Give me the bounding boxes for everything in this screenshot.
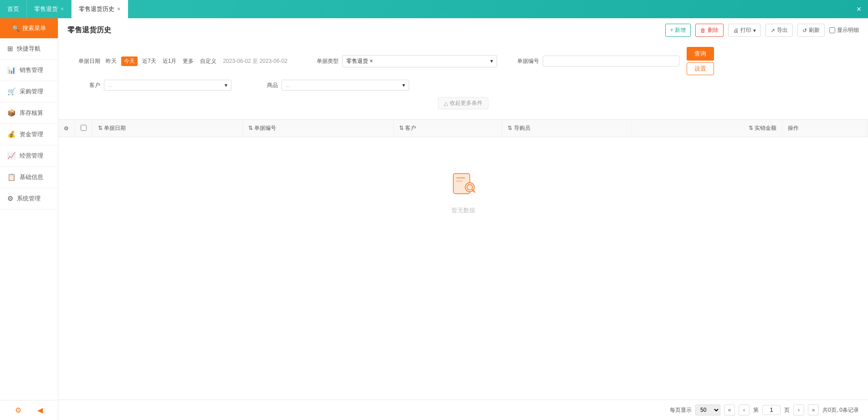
customer-filter-label: 客户 [67,82,104,89]
content-area: 零售退货历史 + 新增 🗑 删除 🖨 打印 ▾ ↗ [58,18,868,420]
sidebar-item-purchase-mgmt[interactable]: 🛒 采购管理 [0,81,58,102]
settings-button[interactable]: 设置 [687,62,714,75]
tab-home[interactable]: 首页 [0,0,27,18]
th-date[interactable]: ⇅ 单据日期 [92,120,243,137]
type-filter-dropdown[interactable]: 零售退货 × ▾ [342,55,497,67]
refresh-button[interactable]: ↺ 刷新 [797,24,825,37]
export-button[interactable]: ↗ 导出 [765,24,793,37]
sidebar-item-basic-info[interactable]: 📋 基础信息 [0,167,58,188]
export-icon: ↗ [770,27,775,34]
page-title: 零售退货历史 [67,26,111,35]
pagination: 每页显示 50 10 20 100 « ‹ 第 页 › » 共0页, 0条记录 [58,400,868,420]
sidebar-audio-btn[interactable]: ◀ [37,406,43,415]
new-button[interactable]: + 新增 [665,24,691,37]
top-nav: 首页 零售退货 × 零售退货历史 × × [0,0,868,18]
type-dropdown-arrow: ▾ [490,58,493,64]
date-opt-custom[interactable]: 自定义 [198,56,218,66]
type-tag: 零售退货 × [346,57,373,65]
sidebar-item-finance[interactable]: 💰 资金管理 [0,124,58,145]
filter-row-customer: 客户 ... ▾ 商品 ... ▾ [67,80,859,91]
sidebar-item-operations[interactable]: 📈 经营管理 [0,145,58,167]
first-page-button[interactable]: « [724,405,735,415]
page-size-select[interactable]: 50 10 20 100 [695,405,720,415]
select-all-checkbox[interactable] [81,125,87,131]
close-window-button[interactable]: × [850,0,868,18]
print-icon: 🖨 [733,27,739,34]
page-number-input[interactable] [762,405,781,415]
search-icon: 🔍 [12,25,20,32]
tab-retail-return-history[interactable]: 零售退货历史 × [72,0,128,18]
th-number[interactable]: ⇅ 单据编号 [243,120,394,137]
type-filter-label: 单据类型 [306,57,342,65]
sidebar-search[interactable]: 🔍 搜索菜单 [0,18,58,38]
collapse-up-icon: △ [444,100,448,107]
svg-rect-2 [456,177,465,179]
sidebar-bottom: ⚙ ◀ [0,400,58,420]
th-guide[interactable]: ⇅ 导购员 [502,120,632,137]
empty-state: 暂无数据 [58,137,868,242]
delete-icon: 🗑 [700,27,706,34]
close-tab-retail-return[interactable]: × [61,6,64,12]
last-page-button[interactable]: » [808,405,819,415]
table-wrap: ⚙ ⇅ 单据日期 ⇅ 单据编号 [58,120,868,400]
system-mgmt-icon: ⚙ [7,195,13,203]
operations-icon: 📈 [7,152,16,160]
print-dropdown-icon: ▾ [753,27,756,34]
date-opt-today[interactable]: 今天 [121,56,138,66]
show-detail-checkbox-wrap[interactable]: 显示明细 [829,26,859,34]
sidebar-item-sales-mgmt[interactable]: 📊 销售管理 [0,60,58,81]
query-button[interactable]: 查询 [687,47,714,61]
th-customer[interactable]: ⇅ 客户 [393,120,502,137]
collapse-button[interactable]: △ 收起更多条件 [438,97,488,109]
date-options: 昨天 今天 近7天 近1月 更多 自定义 [104,56,218,66]
page-size-label: 每页显示 [670,406,692,414]
page-label: 第 [753,406,759,414]
tab-retail-return[interactable]: 零售退货 × [27,0,72,18]
customer-filter-dropdown[interactable]: ... ▾ [104,80,231,91]
filter-row-date: 单据日期 昨天 今天 近7天 近1月 更多 自定义 2023-06-02 至 2… [67,47,859,75]
page-unit: 页 [784,406,790,414]
page-header: 零售退货历史 + 新增 🗑 删除 🖨 打印 ▾ ↗ [58,18,868,120]
date-opt-7days[interactable]: 近7天 [140,56,158,66]
number-filter-label: 单据编号 [506,57,543,65]
sales-icon: 📊 [7,66,16,74]
date-opt-1month[interactable]: 近1月 [161,56,179,66]
sidebar-settings-btn[interactable]: ⚙ [15,406,21,415]
date-range-display: 2023-06-02 至 2023-06-02 [223,57,287,65]
goods-filter-label: 商品 [245,82,282,89]
basic-info-icon: 📋 [7,173,16,181]
toolbar: + 新增 🗑 删除 🖨 打印 ▾ ↗ 导出 [665,24,859,37]
purchase-icon: 🛒 [7,87,16,96]
sidebar: 🔍 搜索菜单 ⊞ 快捷导航 📊 销售管理 🛒 采购管理 📦 库存核算 💰 资金管… [0,18,58,420]
remove-type-tag[interactable]: × [370,58,373,64]
empty-text: 暂无数据 [452,206,475,215]
empty-state-icon [445,164,482,201]
filter-area: 单据日期 昨天 今天 近7天 近1月 更多 自定义 2023-06-02 至 2… [67,42,859,119]
svg-rect-3 [456,180,462,182]
inventory-icon: 📦 [7,109,16,117]
th-amount[interactable]: ⇅ 实销金额 [632,120,782,137]
sidebar-item-quick-nav[interactable]: ⊞ 快捷导航 [0,38,58,60]
sidebar-item-inventory[interactable]: 📦 库存核算 [0,102,58,124]
finance-icon: 💰 [7,130,16,138]
next-page-button[interactable]: › [793,405,804,415]
settings-col-icon[interactable]: ⚙ [64,125,69,132]
show-detail-checkbox[interactable] [829,27,835,33]
goods-filter-dropdown[interactable]: ... ▾ [282,80,409,91]
total-label: 共0页, 0条记录 [822,406,859,414]
sidebar-item-system-mgmt[interactable]: ⚙ 系统管理 [0,188,58,210]
date-opt-more[interactable]: 更多 [181,56,195,66]
print-button[interactable]: 🖨 打印 ▾ [728,24,761,37]
th-settings[interactable]: ⚙ [58,120,75,137]
date-opt-yesterday[interactable]: 昨天 [104,56,118,66]
date-filter-label: 单据日期 [67,57,104,65]
th-actions: 操作 [782,120,868,137]
prev-page-button[interactable]: ‹ [739,405,750,415]
th-checkbox[interactable] [75,120,92,137]
delete-button[interactable]: 🗑 删除 [695,24,724,37]
data-table: ⚙ ⇅ 单据日期 ⇅ 单据编号 [58,120,868,137]
customer-dropdown-arrow: ▾ [225,82,227,88]
quick-nav-icon: ⊞ [7,45,13,53]
close-tab-retail-return-history[interactable]: × [117,6,120,12]
number-filter-input[interactable] [543,56,679,67]
